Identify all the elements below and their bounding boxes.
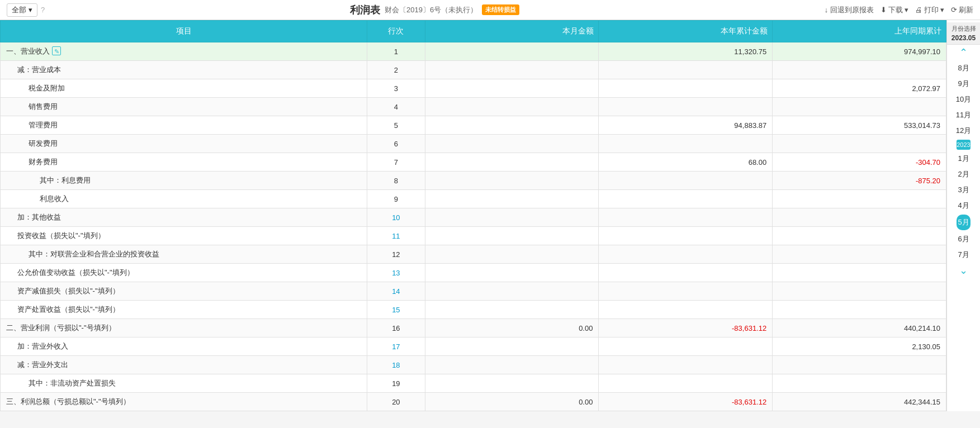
cell-month [425,98,599,116]
side-month-item[interactable]: 12月 [954,123,972,139]
top-bar: 全部 ▾ ? 利润表 财会〔2019〕6号（未执行） 未结转损益 ↓ 回退到原报… [0,0,980,20]
cell-prev [773,61,946,79]
cell-prev [773,264,946,282]
table-row: 税金及附加32,072.97 [1,79,946,98]
cell-item: 销售费用 [1,98,367,116]
table-row: 销售费用4 [1,98,946,116]
edit-icon[interactable]: ✎ [52,46,61,55]
help-icon[interactable]: ? [41,6,45,14]
side-month-item[interactable]: 4月 [954,198,972,213]
table-row: 研发费用6 [1,135,946,153]
cell-prev [773,245,946,264]
cell-rownum[interactable]: 10 [367,208,425,227]
cell-rownum: 20 [367,393,425,411]
month-selector-title: 月份选择 2023.05 [947,22,980,45]
cell-rownum[interactable]: 18 [367,356,425,374]
cell-item: 资产减值损失（损失以"-"填列） [1,282,367,301]
side-month-item[interactable]: 9月 [954,76,972,92]
refresh-button[interactable]: ⟳ 刷新 [951,5,973,15]
cell-rownum[interactable]: 14 [367,282,425,301]
cell-rownum: 2 [367,61,425,79]
cell-rownum[interactable]: 11 [367,227,425,245]
side-month-item[interactable]: 2月 [954,167,972,182]
table-row: 其中：非流动资产处置损失19 [1,374,946,393]
cell-month [425,135,599,153]
cell-rownum: 1 [367,42,425,61]
side-month-item[interactable]: 1月 [954,151,972,167]
cell-rownum[interactable]: 13 [367,264,425,282]
table-row: 利息收入9 [1,190,946,208]
cell-item: 加：营业外收入 [1,337,367,356]
status-badge: 未结转损益 [482,4,519,15]
table-row: 其中：利息费用8-875.20 [1,172,946,190]
cell-rownum[interactable]: 17 [367,337,425,356]
cell-month [425,42,599,61]
cell-month [425,374,599,393]
cell-year [599,282,773,301]
table-row: 减：营业成本2 [1,61,946,79]
cell-year: 11,320.75 [599,42,773,61]
cell-item: 其中：非流动资产处置损失 [1,374,367,393]
side-month-item[interactable]: 6月 [954,231,972,247]
cell-month [425,153,599,172]
cell-year [599,356,773,374]
cell-year [599,172,773,190]
cell-year [599,264,773,282]
table-row: 二、营业利润（亏损以"-"号填列）160.00-83,631.12440,214… [1,319,946,337]
cell-month [425,227,599,245]
top-bar-right: ↓ 回退到原报表 ⬇ ⬇ 下载 下载 ▾ 🖨 打印 ▾ ⟳ 刷新 [825,5,973,15]
top-bar-left: 全部 ▾ ? [7,3,45,17]
cell-year [599,98,773,116]
cell-month [425,61,599,79]
scope-label: 全部 [12,5,26,15]
cell-year [599,79,773,98]
table-row: 其中：对联营企业和合营企业的投资收益12 [1,245,946,264]
header-year: 本年累计金额 [599,21,773,42]
cell-item: 研发费用 [1,135,367,153]
cell-month [425,116,599,135]
back-button[interactable]: ↓ 回退到原报表 [825,5,874,15]
cell-item: 加：其他收益 [1,208,367,227]
cell-item: 财务费用 [1,153,367,172]
table-row: 财务费用768.00-304.70 [1,153,946,172]
cell-prev [773,282,946,301]
side-month-item[interactable]: 2023 [957,140,970,150]
header-prev: 上年同期累计 [773,21,946,42]
side-month-item[interactable]: 5月 [957,215,970,230]
cell-prev: -875.20 [773,172,946,190]
cell-rownum[interactable]: 15 [367,301,425,319]
cell-year [599,374,773,393]
download-icon: ⬇ [880,6,887,14]
refresh-icon: ⟳ [951,6,957,14]
page-title: 利润表 [350,3,380,17]
side-month-item[interactable]: 8月 [954,60,972,76]
download-button[interactable]: ⬇ ⬇ 下载 下载 ▾ [880,5,908,15]
cell-item: 二、营业利润（亏损以"-"号填列） [1,319,367,337]
cell-prev [773,135,946,153]
scope-selector[interactable]: 全部 ▾ [7,3,37,17]
cell-prev: 974,997.10 [773,42,946,61]
cell-prev [773,301,946,319]
side-month-item[interactable]: 10月 [954,92,972,107]
print-button[interactable]: 🖨 打印 ▾ [915,5,944,15]
table-row: 资产减值损失（损失以"-"填列）14 [1,282,946,301]
header-rownum: 行次 [367,21,425,42]
cell-rownum: 9 [367,190,425,208]
cell-prev [773,190,946,208]
table-row: 三、利润总额（亏损总额以"-"号填列）200.00-83,631.12442,3… [1,393,946,411]
side-month-item[interactable]: 3月 [954,182,972,198]
cell-item: 一、营业收入✎ [1,42,367,61]
scroll-down-button[interactable]: ⌄ [958,263,969,278]
side-month-item[interactable]: 11月 [954,107,972,123]
cell-year: 94,883.87 [599,116,773,135]
dropdown-icon: ▾ [29,6,32,14]
cell-item: 其中：利息费用 [1,172,367,190]
title-area: 利润表 财会〔2019〕6号（未执行） 未结转损益 [350,3,519,17]
cell-year [599,337,773,356]
cell-prev [773,98,946,116]
side-month-item[interactable]: 7月 [954,247,972,263]
scroll-up-button[interactable]: ⌃ [958,45,969,60]
table-row: 加：营业外收入172,130.05 [1,337,946,356]
cell-prev: 2,072.97 [773,79,946,98]
month-list: 8月9月10月11月12月20231月2月3月4月5月6月7月 [954,60,972,263]
